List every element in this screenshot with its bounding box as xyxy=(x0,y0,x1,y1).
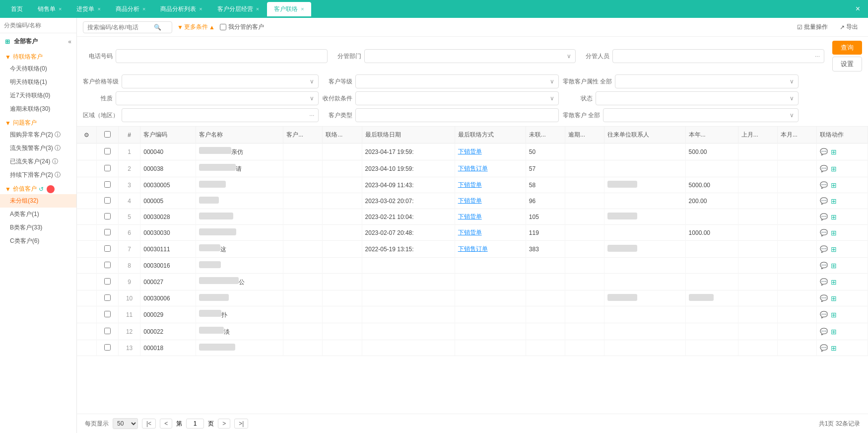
sidebar-item-class-b[interactable]: B类客户(33) xyxy=(0,221,76,234)
next-page-btn[interactable]: > xyxy=(218,419,230,429)
row-checkbox-8[interactable] xyxy=(104,278,111,285)
prev-page-btn[interactable]: < xyxy=(160,419,172,429)
chat-icon-4[interactable]: 💬 xyxy=(820,213,828,220)
close-customer-contact-icon[interactable]: × xyxy=(301,6,304,12)
row-checkbox-1[interactable] xyxy=(104,165,111,171)
field-phone-input[interactable] xyxy=(116,49,328,63)
sidebar-item-class-a[interactable]: A类客户(1) xyxy=(0,208,76,221)
page-number-input[interactable] xyxy=(186,419,204,429)
select-all-checkbox[interactable] xyxy=(104,131,111,138)
chat-icon-12[interactable]: 💬 xyxy=(820,344,828,352)
sidebar-item-overdue[interactable]: 逾期未联络(30) xyxy=(0,102,76,116)
row-checkbox-3[interactable] xyxy=(104,197,111,204)
chat-icon-5[interactable]: 💬 xyxy=(820,229,828,236)
tab-home[interactable]: 首页 xyxy=(4,2,30,16)
sidebar-item-ungrouped[interactable]: 未分组(32) xyxy=(0,194,76,208)
chat-icon-1[interactable]: 💬 xyxy=(820,165,828,172)
sidebar-item-today[interactable]: 今天待联络(0) xyxy=(0,62,76,75)
action-grid-icon-2[interactable]: ⊞ xyxy=(831,181,837,189)
row-checkbox-4[interactable] xyxy=(104,213,111,219)
chat-icon-2[interactable]: 💬 xyxy=(820,181,828,189)
action-grid-icon-5[interactable]: ⊞ xyxy=(831,229,837,237)
action-grid-icon-1[interactable]: ⊞ xyxy=(831,165,837,173)
field-nature-input[interactable]: ∨ xyxy=(116,91,319,105)
row-checkbox-0[interactable] xyxy=(104,148,111,154)
close-sales-icon[interactable]: × xyxy=(59,6,62,12)
close-goods-analysis-icon[interactable]: × xyxy=(142,6,145,12)
row-way-link-6[interactable]: 下销售订单 xyxy=(458,245,488,252)
chat-icon-8[interactable]: 💬 xyxy=(820,278,828,286)
section-arrow-value[interactable]: ▼ xyxy=(5,186,11,193)
tab-goods-analysis[interactable]: 商品分析 × xyxy=(109,2,152,16)
field-price-level-input[interactable]: ∨ xyxy=(122,74,319,88)
row-way-link-4[interactable]: 下销货单 xyxy=(458,213,482,220)
more-conditions-btn[interactable]: ▼ 更多条件 ▲ xyxy=(177,23,215,31)
field-customer-type-input[interactable] xyxy=(355,108,558,122)
tab-customer-contact[interactable]: 客户联络 × xyxy=(267,2,311,16)
export-btn[interactable]: ↗ 导出 xyxy=(836,21,862,33)
row-checkbox-6[interactable] xyxy=(104,245,111,252)
row-way-link-1[interactable]: 下销售订单 xyxy=(458,165,488,172)
tab-goods-list[interactable]: 商品分析列表 × xyxy=(153,2,209,16)
row-checkbox-12[interactable] xyxy=(104,344,111,351)
row-checkbox-5[interactable] xyxy=(104,229,111,235)
action-grid-icon-6[interactable]: ⊞ xyxy=(831,245,837,253)
search-icon[interactable]: 🔍 xyxy=(154,24,161,31)
col-check[interactable] xyxy=(97,127,119,144)
last-page-btn[interactable]: >| xyxy=(234,419,248,429)
row-checkbox-2[interactable] xyxy=(104,181,111,188)
action-grid-icon-8[interactable]: ⊞ xyxy=(831,278,837,286)
row-way-link-3[interactable]: 下销货单 xyxy=(458,197,482,204)
row-checkbox-10[interactable] xyxy=(104,311,111,317)
chat-icon-0[interactable]: 💬 xyxy=(820,148,828,155)
my-customers-filter[interactable]: 我分管的客户 xyxy=(220,23,264,31)
section-arrow-problem[interactable]: ▼ xyxy=(5,120,11,127)
batch-op-btn[interactable]: ☑ 批量操作 xyxy=(793,21,832,33)
close-goods-list-icon[interactable]: × xyxy=(199,6,202,12)
chat-icon-6[interactable]: 💬 xyxy=(820,245,828,253)
row-checkbox-7[interactable] xyxy=(104,262,111,268)
action-grid-icon-10[interactable]: ⊞ xyxy=(831,311,837,319)
action-grid-icon-0[interactable]: ⊞ xyxy=(831,148,837,156)
col-gear[interactable]: ⚙ xyxy=(77,127,97,144)
field-region-input[interactable]: ··· xyxy=(122,108,319,122)
sidebar-item-declining[interactable]: 持续下滑客户(2) ⓘ xyxy=(0,168,76,182)
tab-sales[interactable]: 销售单 × xyxy=(31,2,68,16)
action-grid-icon-11[interactable]: ⊞ xyxy=(831,328,837,336)
chat-icon-3[interactable]: 💬 xyxy=(820,197,828,205)
sidebar-collapse-icon[interactable]: « xyxy=(68,38,71,45)
field-customer-level-input[interactable]: ∨ xyxy=(355,74,558,88)
row-checkbox-11[interactable] xyxy=(104,328,111,334)
tab-purchase[interactable]: 进货单 × xyxy=(69,2,107,16)
sidebar-item-hoarding[interactable]: 囤购异常客户(2) ⓘ xyxy=(0,128,76,142)
tab-customer-tier[interactable]: 客户分层经营 × xyxy=(210,2,266,16)
search-button[interactable]: 查询 xyxy=(832,41,862,55)
close-purchase-icon[interactable]: × xyxy=(97,6,100,12)
row-way-link-0[interactable]: 下销货单 xyxy=(458,148,482,155)
sidebar-item-7days[interactable]: 近7天待联络(0) xyxy=(0,89,76,102)
action-grid-icon-4[interactable]: ⊞ xyxy=(831,213,837,221)
field-dept-input[interactable]: ∨ xyxy=(364,49,576,63)
chat-icon-9[interactable]: 💬 xyxy=(820,294,828,302)
field-scatter-customer-input[interactable]: ∨ xyxy=(603,108,799,122)
field-payment-input[interactable]: ∨ xyxy=(355,91,558,105)
window-close-button[interactable]: × xyxy=(852,2,864,15)
chat-icon-7[interactable]: 💬 xyxy=(820,262,828,269)
my-customers-checkbox[interactable] xyxy=(220,24,226,30)
field-manager-input[interactable]: ··· xyxy=(612,49,824,63)
sidebar-item-churn-warning[interactable]: 流失预警客户(3) ⓘ xyxy=(0,142,76,155)
all-customers-header[interactable]: ⊞ 全部客户 « xyxy=(0,33,76,50)
sidebar-item-class-c[interactable]: C类客户(6) xyxy=(0,234,76,248)
first-page-btn[interactable]: |< xyxy=(142,419,156,429)
per-page-select[interactable]: 50 10 20 100 xyxy=(113,418,138,429)
refresh-icon[interactable]: ↺ xyxy=(39,186,44,193)
field-scatter-attr-input[interactable]: ∨ xyxy=(615,74,799,88)
chat-icon-11[interactable]: 💬 xyxy=(820,328,828,335)
sidebar-search-input[interactable] xyxy=(4,22,77,29)
close-customer-tier-icon[interactable]: × xyxy=(256,6,259,12)
action-grid-icon-12[interactable]: ⊞ xyxy=(831,344,837,352)
row-checkbox-9[interactable] xyxy=(104,294,111,301)
sidebar-item-tomorrow[interactable]: 明天待联络(1) xyxy=(0,75,76,89)
field-status-input[interactable]: ∨ xyxy=(596,91,799,105)
section-arrow-pending[interactable]: ▼ xyxy=(5,54,11,61)
